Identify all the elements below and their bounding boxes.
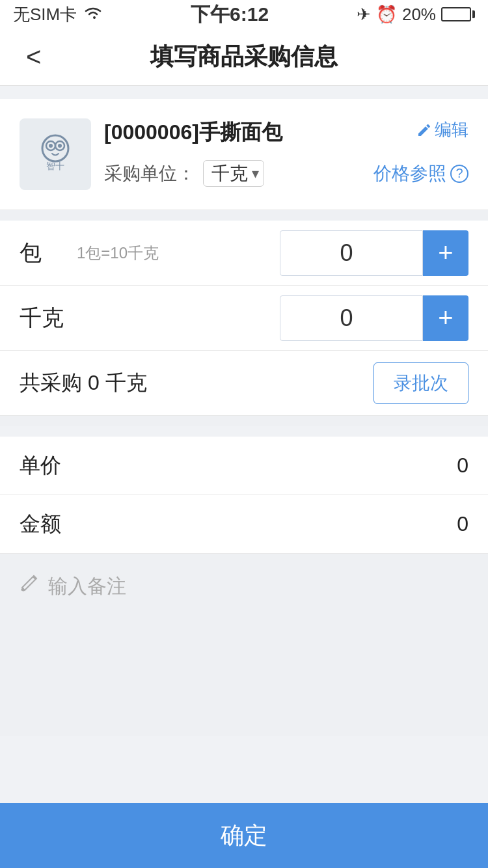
unit-select-wrapper[interactable]: 千克 克 斤 包: [203, 160, 264, 187]
notes-inner: 输入备注: [20, 573, 468, 600]
price-ref-button[interactable]: 价格参照 ?: [373, 161, 468, 186]
nav-bar: < 填写商品采购信息: [0, 29, 488, 86]
pack-row: 包 1包=10千克 +: [0, 221, 488, 286]
unit-row: 采购单位： 千克 克 斤 包 价格参照 ?: [104, 160, 468, 187]
input-section: 包 1包=10千克 + 千克 + 共采购 0 千克 录批次: [0, 221, 488, 416]
pack-input-group: +: [280, 230, 468, 276]
carrier-text: 无SIM卡: [13, 3, 77, 26]
amount-row: 金额 0: [0, 495, 488, 554]
status-left: 无SIM卡: [13, 3, 103, 26]
summary-text: 共采购 0 千克: [20, 369, 147, 398]
alarm-icon: ⏰: [376, 5, 397, 25]
section-divider-1: [0, 210, 488, 221]
kg-label: 千克: [20, 303, 72, 333]
pencil-icon: [20, 573, 39, 597]
unit-left: 采购单位： 千克 克 斤 包: [104, 160, 264, 187]
battery-icon: [441, 7, 475, 21]
unit-select[interactable]: 千克 克 斤 包: [203, 160, 264, 187]
page-title: 填写商品采购信息: [150, 41, 338, 73]
back-button[interactable]: <: [20, 36, 47, 78]
price-section: 单价 0 金额 0: [0, 437, 488, 554]
battery-percent: 20%: [402, 5, 436, 25]
product-logo: 智十: [33, 129, 78, 180]
edit-button[interactable]: 编辑: [416, 118, 468, 141]
svg-point-4: [58, 144, 62, 148]
svg-point-3: [49, 144, 53, 148]
svg-text:智十: 智十: [46, 161, 64, 171]
unit-label: 采购单位：: [104, 161, 195, 186]
product-full-name: [0000006]手撕面包: [104, 118, 282, 147]
batch-button[interactable]: 录批次: [373, 362, 468, 404]
unit-price-label: 单价: [20, 452, 61, 480]
kg-plus-button[interactable]: +: [423, 295, 468, 341]
pack-label: 包: [20, 238, 72, 268]
product-name-row: [0000006]手撕面包 编辑: [104, 118, 468, 147]
price-ref-icon: ?: [450, 165, 468, 183]
summary-row: 共采购 0 千克 录批次: [0, 351, 488, 416]
pack-sublabel: 1包=10千克: [77, 243, 159, 264]
kg-row: 千克 +: [0, 286, 488, 351]
pack-plus-button[interactable]: +: [423, 230, 468, 276]
section-divider-2: [0, 416, 488, 426]
kg-input[interactable]: [280, 295, 423, 341]
pack-input[interactable]: [280, 230, 423, 276]
unit-price-value: 0: [457, 454, 468, 478]
kg-input-group: +: [280, 295, 468, 341]
notes-section[interactable]: 输入备注: [0, 554, 488, 736]
product-info: [0000006]手撕面包 编辑 采购单位： 千克 克 斤 包 价格: [104, 118, 468, 187]
location-icon: ✈: [357, 5, 371, 25]
confirm-button[interactable]: 确定: [0, 803, 488, 868]
unit-price-row: 单价 0: [0, 437, 488, 495]
wifi-icon: [83, 5, 103, 25]
status-right: ✈ ⏰ 20%: [357, 5, 475, 25]
amount-value: 0: [457, 512, 468, 536]
status-bar: 无SIM卡 下午6:12 ✈ ⏰ 20%: [0, 0, 488, 29]
status-time: 下午6:12: [191, 1, 269, 28]
product-card: 智十 [0000006]手撕面包 编辑 采购单位： 千克 克 斤 包: [0, 99, 488, 210]
notes-placeholder: 输入备注: [48, 573, 126, 600]
price-ref-label: 价格参照: [373, 161, 446, 186]
amount-label: 金额: [20, 510, 61, 539]
product-image: 智十: [20, 118, 91, 190]
